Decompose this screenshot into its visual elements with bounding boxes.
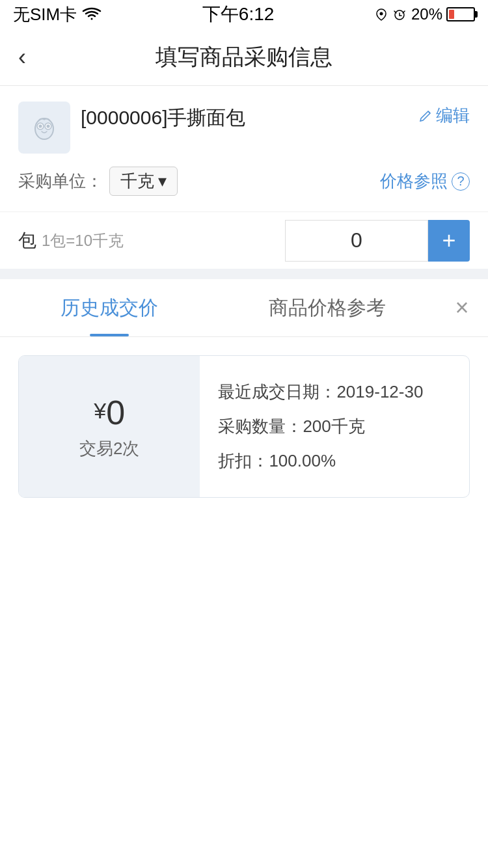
card-last-date-row: 最近成交日期：2019-12-30 [218,379,451,405]
card-purchase-qty-row: 采购数量：200千克 [218,414,451,439]
tab-close-button[interactable]: × [436,279,488,336]
tab-history-price[interactable]: 历史成交价 [0,279,218,336]
tab-active-underline [90,334,129,336]
product-logo-icon [29,112,60,143]
bottom-area [0,516,488,868]
battery-icon [446,7,475,21]
svg-point-6 [47,125,50,128]
unit-label: 采购单位： 千克 ▾ [18,167,178,196]
alarm-icon [392,8,407,21]
card-trade-count: 交易2次 [79,437,139,460]
tabs-section: 历史成交价 商品价格参考 × [0,279,488,337]
page-title: 填写商品采购信息 [156,42,332,72]
edit-button[interactable]: 编辑 [418,102,470,127]
product-thumbnail [18,102,70,154]
qty-hint: 1包=10千克 [42,230,124,251]
wifi-icon [82,7,102,21]
status-right: 20% [375,5,475,23]
price-ref-button[interactable]: 价格参照 ? [380,170,470,193]
carrier-text: 无SIM卡 [13,3,77,26]
status-time: 下午6:12 [202,2,275,27]
yen-sign: ¥ [94,398,106,423]
tab-product-price-ref[interactable]: 商品价格参考 [218,279,436,336]
card-discount-row: 折扣：100.00% [218,448,451,474]
qty-controls: + [285,220,470,262]
status-bar: 无SIM卡 下午6:12 20% [0,0,488,29]
product-header: [0000006]手撕面包 编辑 [18,102,470,154]
history-content: ¥0 交易2次 最近成交日期：2019-12-30 采购数量：200千克 折扣：… [0,337,488,516]
edit-icon [418,108,433,124]
product-section: [0000006]手撕面包 编辑 采购单位： 千克 ▾ 价格参照 ? [0,86,488,211]
product-left: [0000006]手撕面包 [18,102,245,154]
nav-bar: ‹ 填写商品采购信息 [0,29,488,86]
history-card: ¥0 交易2次 最近成交日期：2019-12-30 采购数量：200千克 折扣：… [18,355,470,498]
qty-plus-button[interactable]: + [428,220,470,262]
unit-select[interactable]: 千克 ▾ [109,167,178,196]
product-name: [0000006]手撕面包 [81,102,245,131]
tabs-row: 历史成交价 商品价格参考 × [0,279,488,336]
battery-percent: 20% [411,5,442,23]
card-price: ¥0 [94,393,125,432]
help-icon: ? [452,172,470,191]
svg-point-5 [39,125,42,128]
status-left: 无SIM卡 [13,3,102,26]
location-icon [375,8,388,21]
product-unit-row: 采购单位： 千克 ▾ 价格参照 ? [18,167,470,196]
card-detail-area: 最近成交日期：2019-12-30 采购数量：200千克 折扣：100.00% [200,356,469,497]
back-button[interactable]: ‹ [18,44,26,71]
svg-point-0 [379,12,383,16]
quantity-section: 包 1包=10千克 + [0,211,488,269]
qty-label: 包 1包=10千克 [18,228,124,253]
card-price-area: ¥0 交易2次 [19,356,200,497]
section-divider [0,269,488,279]
qty-input[interactable] [285,220,428,262]
